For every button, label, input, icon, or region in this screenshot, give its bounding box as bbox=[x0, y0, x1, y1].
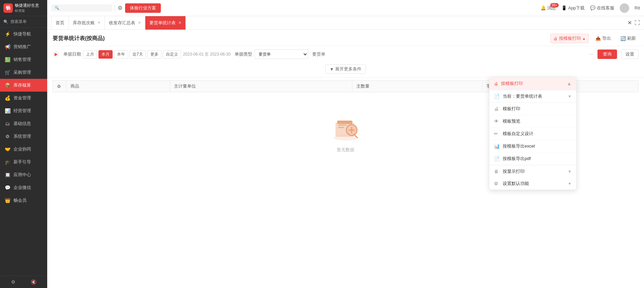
sidebar-item-basic[interactable]: 🗂 基础信息 bbox=[0, 117, 47, 130]
settings-col-icon: ⚙ bbox=[57, 84, 61, 89]
date-range-display: 2023-06-01 至 2023-06-30 bbox=[183, 52, 231, 57]
tab-collection-summary[interactable]: 收发存汇总表 ✕ bbox=[105, 16, 145, 30]
date-btns: 上月 本月 本年 近7天 更多 自定义 bbox=[83, 50, 181, 59]
basic-icon: 🗂 bbox=[4, 121, 11, 126]
sidebar-item-marketing[interactable]: 📢 营销推广 bbox=[0, 40, 47, 53]
topbar-divider bbox=[115, 5, 115, 11]
empty-illustration bbox=[329, 113, 362, 143]
sidebar-item-wechat[interactable]: 💬 企业微信 bbox=[0, 181, 47, 194]
sidebar-item-quick-nav[interactable]: ⚡ 快捷导航 bbox=[0, 28, 47, 40]
purchase-icon: 🛒 bbox=[4, 70, 11, 75]
user-name[interactable]: Rit bbox=[635, 5, 640, 10]
sidebar-item-inventory[interactable]: 📦 库存核算 bbox=[0, 79, 47, 92]
dropdown-current-section: 📄 当前：要货单统计表 ▼ bbox=[489, 90, 576, 103]
dropdown-header-left: 🖨 按模板打印 bbox=[494, 81, 523, 87]
dropdown-collapse-btn[interactable]: ▲ bbox=[567, 81, 572, 86]
expand-btn[interactable]: ⛶ bbox=[635, 20, 640, 26]
sidebar-item-member[interactable]: 👑 畅会员 bbox=[0, 194, 47, 207]
topbar-search[interactable]: 🔍 bbox=[51, 4, 112, 11]
sidebar-item-apps[interactable]: 🔲 应用中心 bbox=[0, 168, 47, 181]
finance-icon: 💰 bbox=[4, 95, 11, 101]
page-title: 要货单统计表(按商品) bbox=[53, 35, 105, 42]
tag-filter-label: 要货单 bbox=[312, 51, 325, 57]
mute-icon[interactable]: 🔇 bbox=[31, 279, 36, 285]
tabs-window-btns: ✕ ⛶ bbox=[627, 20, 640, 26]
notification-badge: 99+ bbox=[550, 3, 559, 7]
expand-more-btn[interactable]: ▼ 展开更多条件 bbox=[325, 64, 366, 74]
filter-row: ▶ 单据日期 上月 本月 本年 近7天 更多 自定义 2023-06-01 至 … bbox=[53, 50, 639, 59]
tab-close-order-stats[interactable]: ✕ bbox=[178, 21, 181, 25]
topbar: 🔍 ⚙ 体验行业方案 🔔 消息 99+ 📱 App下载 💬 在线客服 Rit bbox=[47, 0, 644, 16]
topbar-settings-icon[interactable]: ⚙ bbox=[118, 5, 122, 11]
sidebar-item-system[interactable]: ⚙ 系统管理 bbox=[0, 130, 47, 143]
table-settings-btn[interactable]: 设置 bbox=[621, 50, 639, 59]
system-icon: ⚙ bbox=[4, 134, 11, 139]
sidebar-item-purchase[interactable]: 🛒 采购管理 bbox=[0, 66, 47, 79]
date-btn-this-month[interactable]: 本月 bbox=[98, 50, 113, 59]
enterprise-icon: 🤝 bbox=[4, 147, 11, 152]
template-export-pdf-item[interactable]: 📄 按模板导出pdf bbox=[489, 153, 576, 165]
display-print-item[interactable]: 🖥 按显示打印 ▼ bbox=[489, 165, 576, 178]
type-filter-select[interactable]: 要货单 bbox=[254, 50, 308, 59]
tab-close-collection-summary[interactable]: ✕ bbox=[138, 21, 141, 25]
col-settings[interactable]: ⚙ bbox=[53, 81, 66, 92]
trial-btn[interactable]: 体验行业方案 bbox=[125, 3, 161, 13]
settings-bottom-icon[interactable]: ⚙ bbox=[11, 279, 16, 285]
notification-icon: 🔔 bbox=[540, 5, 546, 10]
dropdown-items-section: 🖨 模板打印 👁 模板预览 ✏ 模板自定义设计 📊 按模板导出excel 📄 bbox=[489, 103, 576, 165]
svg-rect-6 bbox=[338, 125, 347, 126]
query-btn[interactable]: 查询 bbox=[597, 50, 617, 59]
sidebar-item-enterprise[interactable]: 🤝 企业协同 bbox=[0, 143, 47, 156]
notification-item[interactable]: 🔔 消息 99+ bbox=[540, 5, 556, 11]
template-excel-icon: 📊 bbox=[494, 143, 499, 149]
apps-icon: 🔲 bbox=[4, 172, 11, 178]
tab-home[interactable]: 首页 bbox=[51, 16, 69, 30]
tab-order-stats[interactable]: 要货单统计表 ✕ bbox=[145, 16, 186, 30]
print-dropdown-menu: 🖨 按模板打印 ▲ 📄 当前：要货单统计表 ▼ 🖨 bbox=[489, 77, 577, 190]
date-btn-last-month[interactable]: 上月 bbox=[83, 50, 97, 59]
date-btn-custom[interactable]: 自定义 bbox=[163, 50, 181, 59]
date-filter-label: 单据日期 bbox=[63, 51, 81, 57]
service-icon: 💬 bbox=[590, 5, 595, 10]
export-btn[interactable]: 📤 导出 bbox=[593, 34, 614, 43]
member-icon: 👑 bbox=[4, 198, 11, 203]
refresh-btn[interactable]: 🔄 刷新 bbox=[618, 34, 639, 43]
more-options-icon[interactable]: ··· bbox=[589, 51, 593, 57]
sidebar-item-finance[interactable]: 💰 资金管理 bbox=[0, 92, 47, 104]
close-tab-btn[interactable]: ✕ bbox=[627, 20, 632, 26]
tab-close-inventory-batch[interactable]: ✕ bbox=[97, 21, 100, 25]
tab-inventory-batch[interactable]: 库存批次账 ✕ bbox=[69, 16, 105, 30]
dropdown-section-items: 🖥 按显示打印 ▼ ⚙ 设置默认功能 ▼ bbox=[489, 165, 576, 190]
print-icon: 🖨 bbox=[553, 36, 558, 41]
template-preview-item[interactable]: 👁 模板预览 bbox=[489, 115, 576, 128]
date-btn-more[interactable]: 更多 bbox=[147, 50, 162, 59]
sidebar-search[interactable]: 🔍 搜索菜单 bbox=[0, 16, 47, 28]
app-logo-icon: 畅 bbox=[3, 3, 13, 13]
user-avatar[interactable] bbox=[620, 3, 629, 13]
template-print-icon: 🖨 bbox=[494, 106, 499, 111]
print-template-btn[interactable]: 🖨 按模板打印 ▲ bbox=[550, 34, 589, 43]
app-download-item[interactable]: 📱 App下载 bbox=[561, 5, 585, 11]
template-print-item[interactable]: 🖨 模板打印 bbox=[489, 103, 576, 115]
template-preview-icon: 👁 bbox=[494, 119, 499, 124]
template-custom-item[interactable]: ✏ 模板自定义设计 bbox=[489, 128, 576, 140]
content-area: 要货单统计表(按商品) 🖨 按模板打印 ▲ 📤 导出 🔄 刷新 bbox=[47, 30, 644, 288]
sidebar-item-newbie[interactable]: 🎓 新手引导 bbox=[0, 156, 47, 168]
set-default-item[interactable]: ⚙ 设置默认功能 ▼ bbox=[489, 178, 576, 190]
date-btn-this-year[interactable]: 本年 bbox=[114, 50, 128, 59]
sidebar-item-sales[interactable]: 💹 销售管理 bbox=[0, 53, 47, 66]
current-template-item[interactable]: 📄 当前：要货单统计表 ▼ bbox=[489, 90, 576, 102]
date-btn-7days[interactable]: 近7天 bbox=[129, 50, 146, 59]
set-default-icon: ⚙ bbox=[494, 181, 499, 186]
sidebar-logo: 畅 畅捷通好生意 标准版 bbox=[0, 0, 47, 16]
tabs-bar: 首页 库存批次账 ✕ 收发存汇总表 ✕ 要货单统计表 ✕ ✕ ⛶ bbox=[47, 16, 644, 30]
chevron-up-icon: ▲ bbox=[582, 37, 586, 40]
page-actions: 🖨 按模板打印 ▲ 📤 导出 🔄 刷新 bbox=[550, 34, 639, 43]
dropdown-header: 🖨 按模板打印 ▲ bbox=[489, 77, 576, 90]
online-service-item[interactable]: 💬 在线客服 bbox=[590, 5, 614, 11]
sidebar-item-operations[interactable]: 📊 经营管理 bbox=[0, 104, 47, 117]
filter-expand-icon[interactable]: ▶ bbox=[53, 51, 59, 58]
template-pdf-icon: 📄 bbox=[494, 156, 499, 161]
template-export-excel-item[interactable]: 📊 按模板导出excel bbox=[489, 140, 576, 153]
date-filter: 单据日期 上月 本月 本年 近7天 更多 自定义 2023-06-01 至 20… bbox=[63, 50, 231, 59]
